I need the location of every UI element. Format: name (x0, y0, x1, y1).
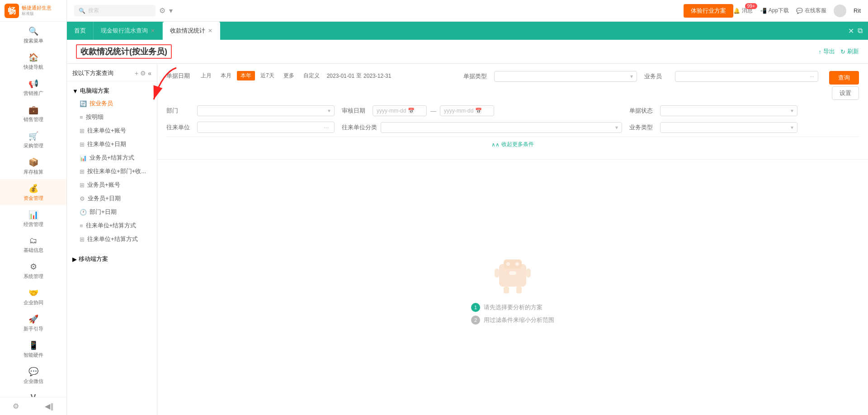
date-tab-custom[interactable]: 自定义 (300, 71, 323, 80)
sidebar-item-search[interactable]: 🔍 搜索菜单 (0, 22, 66, 48)
desktop-section-title: 电脑端方案 (80, 87, 109, 95)
audit-date-to[interactable]: yyyy-mm-dd 📅 (440, 105, 494, 116)
dept-select[interactable]: ▾ (197, 105, 335, 116)
sidebar-item-shortcut[interactable]: 🏠 快捷导航 (0, 48, 66, 74)
tab-bank-flow-close[interactable]: ✕ (151, 28, 155, 34)
scheme-item-dept-date[interactable]: 🕐 部门+日期 (67, 205, 157, 219)
sidebar-label-shortcut: 快捷导航 (24, 64, 43, 71)
scheme-item-unit-account[interactable]: ⊞ 往来单位+账号 (67, 124, 157, 137)
date-tab-this-year[interactable]: 本年 (237, 71, 255, 80)
audit-date-dash: — (430, 108, 436, 114)
audit-date-from-icon: 📅 (408, 108, 415, 114)
sidebar-item-purchase[interactable]: 🛒 采购管理 (0, 127, 66, 153)
counterpart-category-select[interactable]: ▾ (381, 122, 622, 133)
audit-date-from[interactable]: yyyy-mm-dd 📅 (373, 105, 427, 116)
main-area: 🔍 搜索 ⚙ ▾ 体验行业方案 🔔 消息 99+ 📲 App下载 💬 在线客服 (67, 0, 868, 415)
tab-home[interactable]: 首页 (67, 22, 94, 40)
topbar-search-box[interactable]: 🔍 搜索 (74, 5, 156, 16)
topbar-settings-icon[interactable]: ⚙ (159, 6, 165, 15)
scheme-settings-btn[interactable]: ⚙ (140, 70, 146, 77)
tabs-restore-icon[interactable]: ⧉ (858, 27, 863, 35)
scheme-add-btn[interactable]: + (135, 70, 138, 77)
scheme-item-salesperson-account[interactable]: ⊞ 业务员+账号 (67, 178, 157, 192)
sidebar-item-system[interactable]: ⚙ 系统管理 (0, 257, 66, 283)
logo-badge: 标准版 (22, 11, 52, 17)
sidebar-item-inventory[interactable]: 📦 库存核算 (0, 153, 66, 179)
sidebar-item-guide[interactable]: 🚀 新手引导 (0, 310, 66, 336)
sidebar-item-operation[interactable]: 📊 经营管理 (0, 205, 66, 231)
date-to: 2023-12-31 (363, 73, 391, 79)
audit-date-from-placeholder: yyyy-mm-dd (377, 108, 406, 114)
tab-receipt-stats[interactable]: 收款情况统计 ✕ (163, 22, 220, 40)
download-icon: 📲 (760, 8, 767, 14)
filter-settings-button[interactable]: 设置 (832, 86, 859, 100)
section-expand-icon: ▼ (72, 88, 78, 94)
voucher-status-select[interactable]: ▾ (660, 105, 797, 116)
tab-bank-flow[interactable]: 现金银行流水查询 ✕ (94, 22, 163, 40)
export-button[interactable]: ↑ 导出 (819, 47, 835, 56)
message-button[interactable]: 🔔 消息 99+ (733, 7, 753, 14)
sidebar-label-guide: 新手引导 (24, 325, 43, 332)
desktop-section-header[interactable]: ▼ 电脑端方案 (67, 85, 157, 97)
sidebar-collapse-btn[interactable]: ◀‖ (45, 402, 54, 410)
empty-step-2-label: 用过滤条件来缩小分析范围 (484, 316, 554, 324)
topbar-dropdown-icon[interactable]: ▾ (169, 6, 173, 15)
sidebar-item-vip[interactable]: V 畅会员 (0, 388, 66, 397)
tabs-close-icon[interactable]: ✕ (848, 27, 854, 35)
sidebar-item-basic[interactable]: 🗂 基础信息 (0, 231, 66, 257)
refresh-button[interactable]: ↻ 刷新 (840, 47, 859, 56)
sidebar-item-marketing[interactable]: 📢 营销推广 (0, 74, 66, 100)
date-range: 2023-01-01 至 2023-12-31 (327, 72, 392, 80)
voucher-type-select[interactable]: ▾ (494, 71, 637, 82)
scheme-item-by-salesperson[interactable]: 🔄 按业务员 (67, 97, 157, 110)
date-tab-more[interactable]: 更多 (280, 71, 298, 80)
step-num-1: 1 (471, 303, 480, 312)
scheme-item-unit-dept-receipt[interactable]: ⊞ 按往来单位+部门+收... (67, 165, 157, 178)
sidebar-item-finance[interactable]: 💰 资金管理 (0, 179, 66, 205)
collapse-more-button[interactable]: ∧∧ 收起更多条件 (166, 137, 859, 152)
scheme-item-label-unit-account: 往来单位+账号 (87, 127, 126, 135)
mobile-section-expand-icon: ▶ (72, 256, 77, 263)
voucher-type-arrow: ▾ (630, 73, 633, 80)
app-download-button[interactable]: 📲 App下载 (760, 7, 789, 14)
mobile-section-header[interactable]: ▶ 移动端方案 (67, 253, 157, 265)
search-icon: 🔍 (28, 26, 38, 36)
date-tabs: 上月 本月 本年 近7天 更多 自定义 (197, 71, 323, 80)
date-tab-this-month[interactable]: 本月 (217, 71, 235, 80)
date-tab-7days[interactable]: 近7天 (257, 71, 278, 80)
sidebar-item-hardware[interactable]: 📱 智能硬件 (0, 336, 66, 362)
counterpart-more-dots: ··· (322, 124, 330, 131)
scheme-item-unit-settlement2[interactable]: ⊞ 往来单位+结算方式 (67, 232, 157, 246)
counterpart-select[interactable]: ··· (197, 122, 335, 133)
sidebar-label-basic: 基础信息 (24, 247, 43, 254)
salesperson-select[interactable]: ··· (675, 71, 818, 82)
scheme-item-label-unit-date: 往来单位+日期 (87, 140, 126, 148)
user-avatar[interactable] (834, 5, 846, 17)
scheme-item-salesperson-settlement[interactable]: 📊 业务员+结算方式 (67, 151, 157, 165)
sidebar-settings-btn[interactable]: ⚙ (13, 402, 19, 410)
scheme-item-unit-date[interactable]: ⊞ 往来单位+日期 (67, 137, 157, 151)
salesperson-dots: ··· (810, 73, 814, 80)
date-separator: 至 (356, 72, 362, 80)
business-type-select[interactable]: ▾ (660, 122, 797, 133)
business-type-arrow: ▾ (791, 124, 793, 131)
scheme-item-by-detail[interactable]: ≡ 按明细 (67, 110, 157, 124)
scheme-collapse-btn[interactable]: « (148, 70, 151, 77)
home-icon: 🏠 (28, 52, 38, 62)
scheme-item-unit-settlement1[interactable]: ≡ 往来单位+结算方式 (67, 219, 157, 232)
sidebar-item-enterprise[interactable]: 🤝 企业协同 (0, 283, 66, 310)
sidebar-label-inventory: 库存核算 (24, 169, 43, 175)
query-button[interactable]: 查询 (829, 71, 859, 85)
topbar-search-icon: 🔍 (79, 8, 85, 14)
marketing-icon: 📢 (28, 79, 38, 89)
date-label: 单据日期 (166, 72, 193, 80)
online-service-button[interactable]: 💬 在线客服 (796, 7, 826, 14)
sidebar-item-sales[interactable]: 💼 销售管理 (0, 100, 66, 127)
trial-button[interactable]: 体验行业方案 (684, 4, 733, 18)
sidebar-label-search: 搜索菜单 (24, 38, 43, 44)
system-icon: ⚙ (30, 262, 37, 272)
date-tab-last-month[interactable]: 上月 (197, 71, 215, 80)
tab-receipt-stats-close[interactable]: ✕ (208, 28, 212, 34)
scheme-item-salesperson-date[interactable]: ⚙ 业务员+日期 (67, 192, 157, 205)
sidebar-item-wechat[interactable]: 💬 企业微信 (0, 362, 66, 388)
